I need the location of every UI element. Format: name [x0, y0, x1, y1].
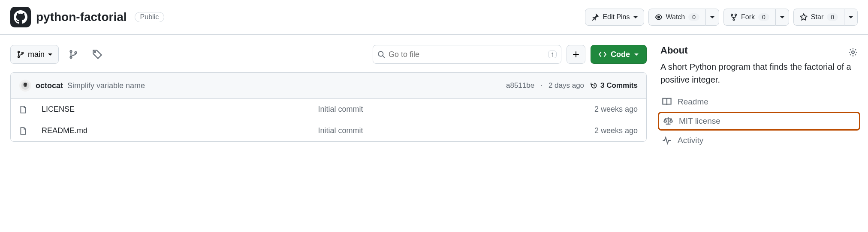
branch-icon	[17, 51, 24, 58]
github-logo[interactable]	[10, 7, 31, 27]
caret-down-icon	[780, 16, 784, 18]
star-icon	[800, 13, 808, 21]
file-commit-msg[interactable]: Initial commit	[318, 105, 589, 114]
svg-point-8	[70, 57, 72, 58]
code-button[interactable]: Code	[591, 45, 647, 64]
eye-icon	[655, 13, 663, 21]
about-sidebar: About A short Python program that finds …	[660, 45, 858, 148]
law-icon	[663, 116, 673, 126]
commit-age: 2 days ago	[549, 81, 584, 90]
tag-icon	[93, 50, 102, 59]
svg-point-1	[731, 14, 732, 15]
file-name[interactable]: LICENSE	[42, 105, 313, 114]
history-icon	[590, 82, 598, 89]
license-highlight: MIT license	[658, 112, 860, 131]
visibility-badge: Public	[135, 12, 165, 22]
book-icon	[662, 97, 672, 107]
caret-down-icon	[633, 16, 638, 18]
about-heading: About	[660, 45, 688, 56]
fork-menu-button[interactable]	[775, 9, 789, 26]
commits-link[interactable]: 3 Commits	[590, 81, 638, 90]
activity-link[interactable]: Activity	[660, 133, 858, 148]
svg-point-14	[26, 85, 27, 86]
svg-point-3	[733, 19, 734, 20]
watch-count: 0	[688, 13, 699, 21]
latest-commit-bar: octocat Simplify variable name a8511be ·…	[11, 73, 646, 99]
svg-point-4	[18, 51, 19, 53]
tags-button[interactable]	[88, 45, 107, 64]
file-search-input[interactable]	[389, 50, 548, 59]
commit-message[interactable]: Simplify variable name	[67, 81, 145, 90]
svg-point-0	[657, 16, 660, 18]
commit-sha[interactable]: a8511be	[506, 81, 534, 90]
code-icon	[599, 51, 606, 58]
license-link[interactable]: MIT license	[662, 114, 856, 128]
files-toolbar: main t Code	[10, 45, 647, 64]
star-button[interactable]: Star 0	[793, 9, 844, 26]
caret-down-icon	[849, 16, 853, 18]
svg-point-7	[70, 51, 72, 52]
octocat-icon	[21, 81, 30, 90]
fork-button[interactable]: Fork 0	[723, 9, 775, 26]
readme-link[interactable]: Readme	[660, 95, 858, 109]
svg-point-15	[852, 51, 854, 53]
pin-icon	[591, 13, 599, 21]
add-file-button[interactable]	[567, 45, 585, 64]
file-name[interactable]: README.md	[42, 126, 313, 135]
repo-header: python-factorial Public Edit Pins Watch …	[0, 0, 868, 35]
svg-point-11	[378, 51, 383, 56]
file-age: 2 weeks ago	[594, 105, 638, 114]
branch-select-button[interactable]: main	[10, 45, 59, 64]
watch-button[interactable]: Watch 0	[648, 9, 706, 26]
star-count: 0	[827, 13, 838, 21]
file-icon	[19, 106, 27, 113]
svg-point-6	[22, 52, 23, 54]
about-description: A short Python program that finds the fa…	[660, 60, 858, 86]
svg-point-13	[24, 85, 25, 86]
plus-icon	[572, 51, 580, 58]
branches-button[interactable]	[64, 45, 83, 64]
caret-down-icon	[48, 54, 52, 56]
repo-actions: Edit Pins Watch 0 Fork 0 Star 0	[585, 9, 858, 26]
file-row[interactable]: README.md Initial commit 2 weeks ago	[11, 120, 646, 141]
svg-point-5	[18, 56, 19, 57]
pulse-icon	[662, 136, 672, 145]
watch-menu-button[interactable]	[705, 9, 719, 26]
branch-icon	[69, 50, 78, 59]
star-menu-button[interactable]	[844, 9, 858, 26]
gear-icon	[848, 48, 858, 57]
svg-point-2	[735, 14, 736, 15]
file-icon	[19, 127, 27, 135]
fork-icon	[730, 13, 738, 21]
file-search[interactable]: t	[373, 45, 561, 64]
github-mark-icon	[14, 10, 27, 24]
file-commit-msg[interactable]: Initial commit	[318, 126, 589, 135]
svg-point-10	[94, 51, 96, 53]
search-kbd-hint: t	[548, 51, 557, 58]
edit-pins-button[interactable]: Edit Pins	[585, 9, 644, 26]
svg-point-9	[75, 52, 76, 54]
file-row[interactable]: LICENSE Initial commit 2 weeks ago	[11, 99, 646, 120]
caret-down-icon	[710, 16, 714, 18]
settings-button[interactable]	[848, 48, 858, 58]
repo-name[interactable]: python-factorial	[36, 10, 127, 24]
fork-count: 0	[758, 13, 769, 21]
file-age: 2 weeks ago	[594, 126, 638, 135]
avatar[interactable]	[19, 80, 31, 92]
caret-down-icon	[634, 54, 639, 56]
file-listing: octocat Simplify variable name a8511be ·…	[10, 72, 647, 142]
commit-author[interactable]: octocat	[36, 81, 63, 90]
search-icon	[377, 51, 385, 58]
